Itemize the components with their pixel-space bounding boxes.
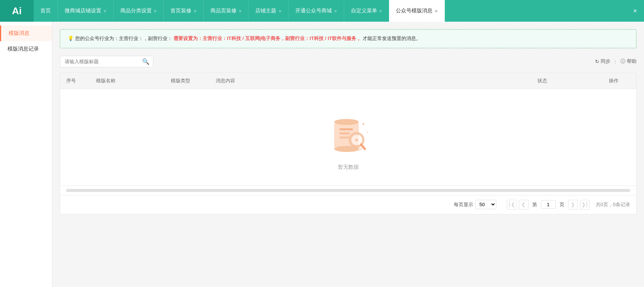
tab-custom-menu[interactable]: 自定义菜单× bbox=[344, 0, 389, 22]
col-content: 消息内容 bbox=[210, 73, 531, 89]
first-page-button[interactable]: ⎮❮ bbox=[507, 200, 517, 210]
tab-store-settings[interactable]: 微商城店铺设置× bbox=[58, 0, 114, 22]
page-number-input[interactable] bbox=[541, 200, 556, 209]
sync-button[interactable]: ↻ 同步 bbox=[595, 58, 610, 65]
help-button[interactable]: ⓘ 帮助 bbox=[620, 58, 637, 65]
sync-icon: ↻ bbox=[595, 59, 599, 64]
sidebar: 模版消息模版消息记录 bbox=[0, 22, 52, 287]
search-bar: 🔍 ↻ 同步 | ⓘ 帮助 bbox=[60, 56, 637, 67]
per-page-label: 每页显示 bbox=[454, 201, 473, 208]
svg-text:✦: ✦ bbox=[366, 131, 369, 134]
tab-close-store-settings[interactable]: × bbox=[104, 8, 107, 14]
nav-tabs: 首页微商城店铺设置×商品分类设置×首页装修×商品页装修×店铺主题×开通公众号商城… bbox=[34, 0, 626, 22]
notice-prefix: 您的公众号行业为：主营行业：，副营行业： bbox=[75, 36, 172, 41]
tab-close-product-decoration[interactable]: × bbox=[239, 8, 242, 14]
tab-open-mall[interactable]: 开通公众号商城× bbox=[289, 0, 344, 22]
table-container: 序号 模版名称 模版类型 消息内容 状态 操作 bbox=[60, 73, 637, 214]
empty-state: ✦ ✦ 暂无数据 bbox=[60, 89, 636, 186]
notice-highlight: 需要设置为：主营行业：IT科技 / 互联网|电子商务，副营行业：IT科技 / I… bbox=[173, 36, 361, 41]
sync-label: 同步 bbox=[601, 58, 610, 65]
tab-close-open-mall[interactable]: × bbox=[334, 8, 337, 14]
top-nav: Ai 首页微商城店铺设置×商品分类设置×首页装修×商品页装修×店铺主题×开通公众… bbox=[0, 0, 644, 22]
tab-product-decoration[interactable]: 商品页装修× bbox=[204, 0, 249, 22]
help-icon: ⓘ bbox=[620, 58, 625, 65]
empty-icon: ✦ ✦ bbox=[326, 112, 371, 156]
col-type: 模版类型 bbox=[165, 73, 210, 89]
search-input-wrap: 🔍 bbox=[60, 56, 153, 67]
tab-home-decoration[interactable]: 首页装修× bbox=[164, 0, 204, 22]
horizontal-scrollbar[interactable] bbox=[66, 189, 630, 192]
tab-close-custom-menu[interactable]: × bbox=[379, 8, 382, 14]
svg-point-10 bbox=[355, 138, 358, 141]
tab-close-home-decoration[interactable]: × bbox=[194, 8, 197, 14]
last-page-button[interactable]: ❯⎮ bbox=[580, 200, 590, 210]
col-name: 模版名称 bbox=[90, 73, 165, 89]
nav-close-button[interactable]: × bbox=[626, 0, 644, 22]
col-seq: 序号 bbox=[60, 73, 90, 89]
sidebar-item-template-msg[interactable]: 模版消息 bbox=[0, 25, 52, 41]
svg-point-2 bbox=[334, 119, 359, 125]
total-info: 共0页，0条记录 bbox=[596, 201, 630, 208]
help-label: 帮助 bbox=[627, 58, 637, 65]
svg-rect-4 bbox=[339, 128, 353, 130]
notice-suffix: 才能正常发送预置的消息。 bbox=[363, 36, 421, 41]
empty-text: 暂无数据 bbox=[338, 164, 359, 171]
svg-text:✦: ✦ bbox=[361, 122, 365, 127]
tab-category-settings[interactable]: 商品分类设置× bbox=[114, 0, 164, 22]
page-size-select: 每页显示 102050100 bbox=[454, 200, 496, 209]
tab-template-msg[interactable]: 公众号模版消息× bbox=[389, 0, 445, 22]
tab-store-theme[interactable]: 店铺主题× bbox=[249, 0, 289, 22]
page-label: 第 bbox=[532, 201, 537, 208]
logo-text: Ai bbox=[12, 5, 22, 17]
sidebar-item-template-msg-record[interactable]: 模版消息记录 bbox=[0, 41, 52, 57]
notice-banner: 💡 您的公众号行业为：主营行业：，副营行业： 需要设置为：主营行业：IT科技 /… bbox=[60, 29, 637, 48]
svg-rect-5 bbox=[339, 132, 350, 134]
search-input[interactable] bbox=[60, 56, 153, 67]
search-button[interactable]: 🔍 bbox=[142, 58, 150, 65]
pagination: 每页显示 102050100 ⎮❮ ❮ 第 页 ❯ ❯⎮ 共0页，0条记录 bbox=[60, 195, 636, 214]
logo: Ai bbox=[0, 0, 34, 22]
notice-icon: 💡 bbox=[68, 36, 75, 41]
main-layout: 模版消息模版消息记录 💡 您的公众号行业为：主营行业：，副营行业： 需要设置为：… bbox=[0, 22, 644, 287]
tab-home[interactable]: 首页 bbox=[34, 0, 58, 22]
per-page-dropdown[interactable]: 102050100 bbox=[475, 200, 496, 209]
scrollbar-row bbox=[60, 186, 636, 195]
tab-close-template-msg[interactable]: × bbox=[435, 8, 438, 14]
toolbar-divider: | bbox=[615, 59, 616, 64]
content-area: 💡 您的公众号行业为：主营行业：，副营行业： 需要设置为：主营行业：IT科技 /… bbox=[52, 22, 644, 287]
tab-close-category-settings[interactable]: × bbox=[154, 8, 157, 14]
table-header: 序号 模版名称 模版类型 消息内容 状态 操作 bbox=[60, 73, 636, 89]
prev-page-button[interactable]: ❮ bbox=[519, 200, 529, 210]
col-action: 操作 bbox=[591, 73, 636, 89]
tab-close-store-theme[interactable]: × bbox=[278, 8, 281, 14]
toolbar-right: ↻ 同步 | ⓘ 帮助 bbox=[595, 58, 637, 65]
page-unit: 页 bbox=[560, 201, 564, 208]
col-status: 状态 bbox=[531, 73, 591, 89]
next-page-button[interactable]: ❯ bbox=[568, 200, 578, 210]
